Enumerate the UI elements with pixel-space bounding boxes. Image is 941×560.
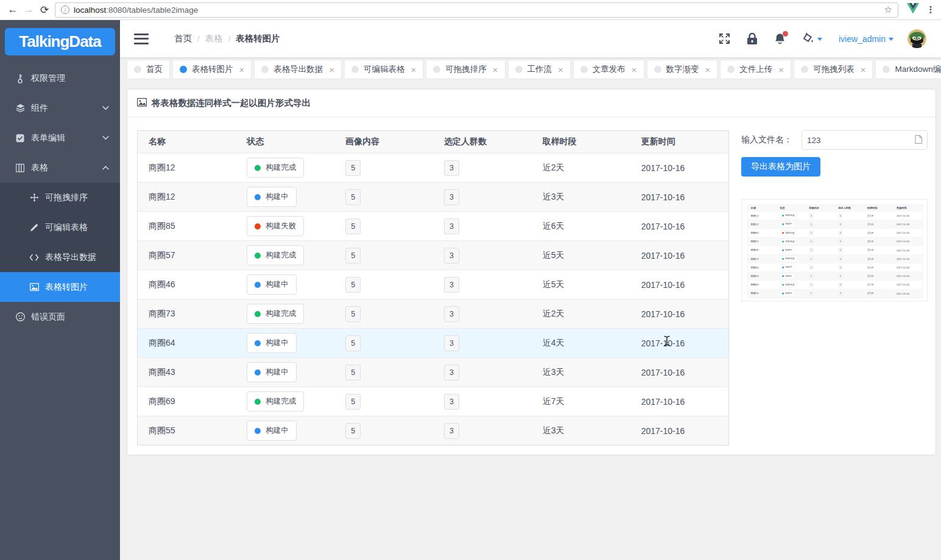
table-row[interactable]: 商圈46构建中53近5天2017-10-16 (138, 270, 729, 299)
table-row[interactable]: 商圈12构建完成53近2天2017-10-16 (138, 153, 729, 183)
tab-close-icon[interactable]: × (239, 65, 245, 74)
tab-close-icon[interactable]: × (705, 65, 711, 74)
sidebar-item-5[interactable]: 可编辑表格 (0, 212, 120, 242)
vue-devtools-icon[interactable] (907, 3, 919, 16)
table-row[interactable]: 商圈64构建中53近4天2017-10-16 (747, 263, 922, 271)
status-badge[interactable]: 构建完成 (780, 282, 797, 288)
bookmark-star-icon[interactable]: ☆ (884, 4, 892, 15)
tab-5[interactable]: 工作流× (508, 60, 571, 79)
status-badge[interactable]: 构建完成 (247, 245, 304, 265)
logo[interactable]: TalkingData (5, 28, 115, 55)
status-badge[interactable]: 构建中 (247, 275, 297, 295)
theme-switch-icon[interactable] (802, 33, 822, 44)
notification-bell-icon[interactable] (774, 33, 786, 45)
breadcrumb-home[interactable]: 首页 (174, 33, 192, 44)
hamburger-menu-icon[interactable] (134, 33, 149, 44)
table-row[interactable]: 商圈69构建完成53近7天2017-10-16 (138, 387, 729, 416)
filename-input[interactable]: 123 (802, 130, 928, 150)
tab-3[interactable]: 可编辑表格× (344, 60, 423, 79)
table-row[interactable]: 商圈57构建完成53近5天2017-10-16 (138, 241, 729, 270)
tab-label: 可拖拽列表 (813, 64, 855, 75)
status-badge[interactable]: 构建中 (780, 265, 794, 271)
address-bar[interactable]: i localhost:8080/tables/table2image ☆ (55, 2, 898, 18)
status-badge[interactable]: 构建中 (247, 187, 297, 207)
page-info-icon[interactable]: i (61, 5, 69, 14)
status-badge[interactable]: 构建失败 (247, 216, 304, 236)
tab-close-icon[interactable]: × (329, 65, 334, 74)
status-badge[interactable]: 构建完成 (780, 212, 797, 219)
lock-icon[interactable] (747, 33, 758, 45)
tab-1[interactable]: 表格转图片× (172, 60, 252, 79)
status-badge[interactable]: 构建中 (780, 290, 794, 296)
tab-8[interactable]: 文件上传× (720, 60, 791, 79)
browser-forward-icon[interactable]: → (21, 2, 37, 18)
user-name: iview_admin (839, 34, 886, 44)
portrait-count: 5 (345, 365, 361, 380)
table-row[interactable]: 商圈73构建完成53近2天2017-10-16 (138, 299, 729, 329)
status-badge[interactable]: 构建中 (247, 362, 297, 382)
tab-10[interactable]: Markdown编辑器× (875, 60, 941, 79)
status-badge[interactable]: 构建完成 (780, 239, 797, 245)
table-row[interactable]: 商圈43构建中53近3天2017-10-16 (138, 358, 729, 387)
avatar[interactable] (908, 29, 926, 48)
sidebar-item-6[interactable]: 表格导出数据 (0, 242, 120, 272)
table-row[interactable]: 商圈12构建中53近3天2017-10-16 (138, 183, 729, 212)
sidebar-item-8[interactable]: 错误页面 (0, 302, 120, 332)
tab-9[interactable]: 可拖拽列表× (794, 60, 873, 79)
status-badge[interactable]: 构建中 (780, 273, 794, 279)
sidebar-item-7[interactable]: 表格转图片 (0, 272, 120, 302)
status-label: 构建中 (786, 266, 792, 269)
column-header: 名称 (747, 205, 777, 211)
cell-updated: 2017-10-16 (897, 223, 909, 226)
group-count: 3 (838, 239, 842, 244)
status-badge[interactable]: 构建中 (247, 421, 297, 441)
sidebar-item-1[interactable]: 组件 (0, 93, 120, 123)
status-badge[interactable]: 构建完成 (780, 256, 797, 262)
table-row[interactable]: 商圈12构建中53近3天2017-10-16 (747, 220, 922, 228)
tab-label: 工作流 (527, 64, 552, 75)
status-badge[interactable]: 构建完成 (247, 391, 304, 411)
sidebar-item-3[interactable]: 表格 (0, 153, 120, 183)
tab-6[interactable]: 文章发布× (573, 60, 644, 79)
tab-0[interactable]: 首页 (127, 60, 170, 79)
fullscreen-icon[interactable] (719, 33, 730, 44)
browser-reload-icon[interactable]: ⟳ (37, 2, 52, 18)
table-row[interactable]: 商圈12构建完成53近2天2017-10-16 (747, 211, 922, 220)
export-image-button[interactable]: 导出表格为图片 (741, 157, 820, 177)
tab-4[interactable]: 可拖拽排序× (426, 60, 505, 79)
table-row[interactable]: 商圈73构建完成53近2天2017-10-16 (747, 254, 922, 263)
table-row[interactable]: 商圈55构建中53近3天2017-10-16 (138, 416, 729, 446)
table-row[interactable]: 商圈69构建完成53近7天2017-10-16 (747, 281, 922, 289)
tab-close-icon[interactable]: × (558, 65, 563, 74)
tab-close-icon[interactable]: × (493, 65, 498, 74)
table-row[interactable]: 商圈85构建失败53近6天2017-10-16 (747, 229, 922, 237)
group-count: 3 (444, 189, 459, 205)
table-row[interactable]: 商圈85构建失败53近6天2017-10-16 (138, 212, 729, 241)
table-row[interactable]: 商圈55构建中53近3天2017-10-16 (747, 289, 922, 298)
tab-close-icon[interactable]: × (632, 65, 637, 74)
table-row[interactable]: 商圈57构建完成53近5天2017-10-16 (747, 237, 922, 246)
tab-close-icon[interactable]: × (861, 65, 866, 74)
browser-back-icon[interactable]: ← (5, 2, 21, 18)
tab-7[interactable]: 数字渐变× (647, 60, 718, 79)
sidebar-item-label: 表格导出数据 (45, 252, 96, 263)
status-badge[interactable]: 构建完成 (247, 304, 304, 324)
status-dot-icon (255, 340, 261, 346)
tab-close-icon[interactable]: × (778, 65, 784, 74)
column-header: 选定人群数 (433, 131, 532, 153)
table-row[interactable]: 商圈64构建中53近4天2017-10-16 (138, 329, 729, 358)
status-badge[interactable]: 构建完成 (247, 158, 304, 178)
user-menu[interactable]: iview_admin (839, 34, 893, 44)
tab-close-icon[interactable]: × (411, 65, 417, 74)
table-row[interactable]: 商圈46构建中53近5天2017-10-16 (747, 246, 922, 254)
status-badge[interactable]: 构建中 (780, 247, 794, 253)
sidebar-item-2[interactable]: 表单编辑 (0, 123, 120, 153)
sidebar-item-4[interactable]: 可拖拽排序 (0, 183, 120, 212)
status-badge[interactable]: 构建失败 (780, 230, 797, 236)
tab-2[interactable]: 表格导出数据× (254, 60, 342, 79)
status-badge[interactable]: 构建中 (247, 333, 297, 353)
browser-menu-icon[interactable]: ⋮ (925, 4, 936, 15)
table-row[interactable]: 商圈43构建中53近3天2017-10-16 (747, 272, 922, 281)
sidebar-item-0[interactable]: 权限管理 (0, 63, 120, 93)
status-badge[interactable]: 构建中 (780, 222, 794, 228)
